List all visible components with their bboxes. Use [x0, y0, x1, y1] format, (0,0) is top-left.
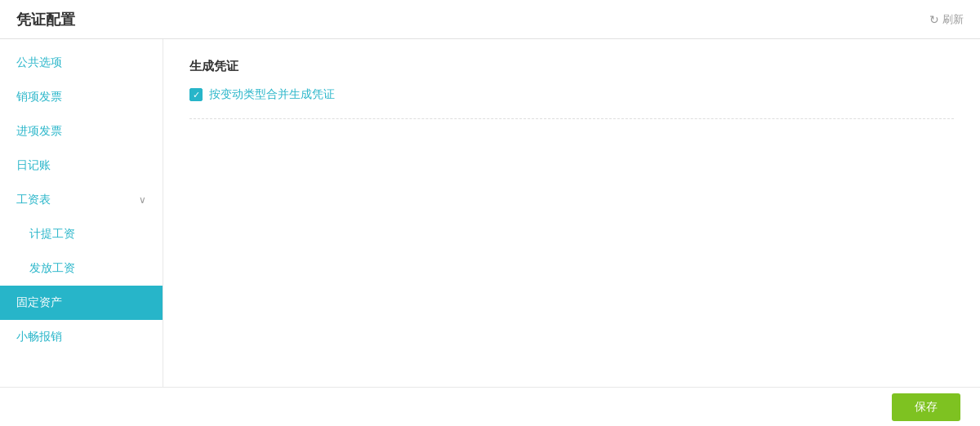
sidebar-item-label: 销项发票	[16, 90, 62, 104]
sidebar-item-label: 计提工资	[29, 227, 75, 242]
chevron-down-icon: ∨	[139, 194, 146, 206]
sidebar-item-sales-invoice[interactable]: 销项发票	[0, 80, 163, 114]
page-header: 凭证配置 ↻ 刷新	[0, 0, 980, 39]
refresh-label: 刷新	[942, 12, 964, 27]
sidebar-item-payroll[interactable]: 工资表 ∨	[0, 183, 163, 217]
content-area: 生成凭证 按变动类型合并生成凭证	[163, 39, 980, 387]
sidebar-item-label: 日记账	[16, 158, 51, 173]
main-layout: 公共选项 销项发票 进项发票 日记账 工资表 ∨ 计提工资 发放工资 固定资产 …	[0, 39, 980, 387]
sidebar-item-label: 小畅报销	[16, 330, 62, 344]
sidebar-item-expense[interactable]: 小畅报销	[0, 320, 163, 354]
sidebar: 公共选项 销项发票 进项发票 日记账 工资表 ∨ 计提工资 发放工资 固定资产 …	[0, 39, 163, 387]
refresh-button[interactable]: ↻ 刷新	[929, 12, 964, 27]
sidebar-item-label: 固定资产	[16, 295, 62, 310]
sidebar-item-payment[interactable]: 发放工资	[0, 251, 163, 286]
sidebar-item-journal[interactable]: 日记账	[0, 149, 163, 183]
sidebar-item-label: 发放工资	[29, 261, 75, 276]
merge-checkbox[interactable]	[189, 88, 203, 101]
checkbox-row: 按变动类型合并生成凭证	[189, 87, 954, 102]
refresh-icon: ↻	[929, 13, 939, 26]
sidebar-item-label: 公共选项	[16, 55, 62, 70]
checkbox-label: 按变动类型合并生成凭证	[209, 87, 335, 102]
save-button[interactable]: 保存	[892, 393, 960, 421]
page-footer: 保存	[0, 387, 980, 426]
sidebar-item-label: 进项发票	[16, 124, 62, 139]
sidebar-item-fixed-assets[interactable]: 固定资产	[0, 286, 163, 320]
sidebar-item-accrual[interactable]: 计提工资	[0, 217, 163, 251]
sidebar-item-label: 工资表	[16, 193, 51, 207]
section-title: 生成凭证	[189, 59, 954, 74]
sidebar-item-purchase-invoice[interactable]: 进项发票	[0, 114, 163, 149]
page-title: 凭证配置	[16, 10, 75, 29]
sidebar-item-public[interactable]: 公共选项	[0, 46, 163, 80]
section-divider	[189, 118, 954, 119]
